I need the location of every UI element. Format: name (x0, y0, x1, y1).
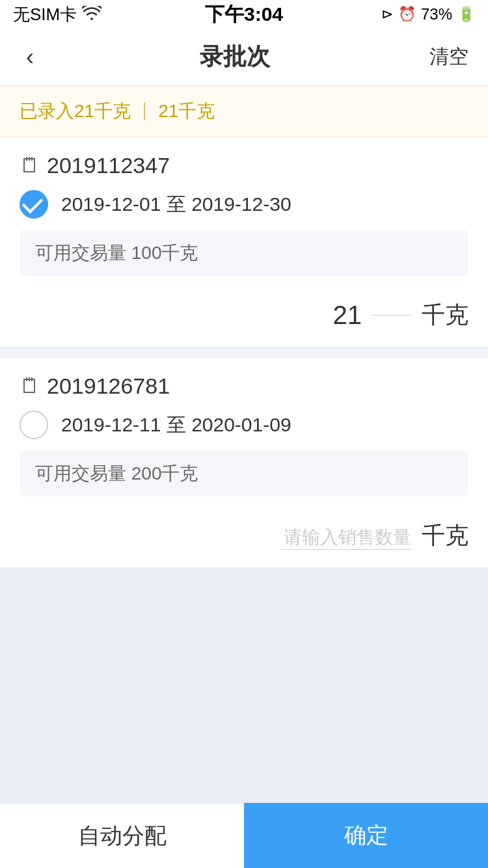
batch-checkbox-1[interactable] (20, 190, 48, 219)
batch-date-1: 2019-12-01 至 2019-12-30 (61, 191, 291, 218)
batch-doc-icon-2: 🗒 (20, 374, 40, 398)
item-separator (0, 347, 488, 358)
availability-label-2: 可用交易量 (35, 463, 126, 483)
clear-button[interactable]: 清空 (429, 44, 468, 70)
nav-bar: ‹ 录批次 清空 (0, 29, 488, 86)
battery-icon: 🔋 (457, 6, 475, 23)
alarm-icon: ⏰ (398, 6, 416, 23)
quantity-unit-2: 千克 (422, 520, 468, 552)
summary-divider (144, 102, 145, 120)
auto-distribute-button[interactable]: 自动分配 (0, 803, 244, 868)
batch-doc-icon-1: 🗒 (20, 154, 40, 178)
batch-date-2: 2019-12-11 至 2020-01-09 (61, 412, 291, 439)
batch-number-1: 2019112347 (47, 153, 170, 178)
status-left: 无SIM卡 (13, 3, 102, 26)
battery-text: 73% (421, 5, 452, 23)
quantity-row-1: 21 千克 (0, 289, 488, 347)
batch-header-1: 🗒 2019112347 (0, 137, 488, 185)
quantity-unit-1: 千克 (422, 299, 468, 331)
wifi-icon (82, 5, 102, 25)
carrier-text: 无SIM卡 (13, 3, 77, 26)
summary-recorded: 已录入21千克 (20, 99, 131, 124)
location-icon: ⊳ (381, 6, 393, 23)
status-right: ⊳ ⏰ 73% 🔋 (381, 5, 475, 23)
bottom-bar: 自动分配 确定 (0, 803, 488, 868)
batch-number-2: 2019126781 (47, 373, 170, 399)
quantity-row-2: 千克 (0, 509, 488, 568)
summary-total: 21千克 (158, 99, 215, 124)
summary-bar: 已录入21千克 21千克 (0, 86, 488, 137)
batch-date-row-1: 2019-12-01 至 2019-12-30 (0, 185, 488, 225)
quantity-input-2[interactable] (281, 522, 411, 550)
batch-checkbox-2[interactable] (20, 411, 48, 439)
batch-availability-2: 可用交易量 200千克 (20, 451, 468, 496)
back-button[interactable]: ‹ (20, 37, 40, 77)
availability-label-1: 可用交易量 (35, 243, 126, 263)
batch-date-row-2: 2019-12-11 至 2020-01-09 (0, 405, 488, 446)
batch-availability-1: 可用交易量 100千克 (20, 230, 468, 276)
batch-header-2: 🗒 2019126781 (0, 358, 488, 405)
content-area: 🗒 2019112347 2019-12-01 至 2019-12-30 可用交… (0, 137, 488, 867)
quantity-value-1: 21 (323, 301, 362, 330)
status-bar: 无SIM卡 下午3:04 ⊳ ⏰ 73% 🔋 (0, 0, 488, 29)
page-title: 录批次 (200, 41, 270, 73)
batch-item-1: 🗒 2019112347 2019-12-01 至 2019-12-30 可用交… (0, 137, 488, 347)
status-time: 下午3:04 (205, 1, 283, 28)
batch-item-2: 🗒 2019126781 2019-12-11 至 2020-01-09 可用交… (0, 358, 488, 568)
confirm-button[interactable]: 确定 (244, 803, 488, 868)
